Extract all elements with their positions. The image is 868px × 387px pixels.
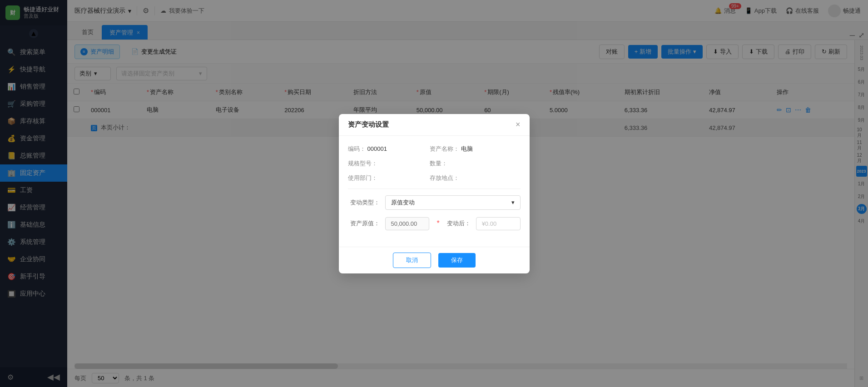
change-type-select[interactable]: 原值变动 ▾	[385, 195, 521, 210]
dialog-name-value: 电脑	[461, 145, 473, 153]
dialog-footer: 取消 保存	[339, 247, 530, 273]
asset-change-dialog: 资产变动设置 × 编码： 000001 资产名称： 电脑 规格型号：	[339, 114, 530, 273]
after-value-input[interactable]: ¥0.00	[476, 217, 521, 230]
dialog-header: 资产变动设置 ×	[339, 114, 530, 136]
dialog-close-button[interactable]: ×	[516, 120, 521, 129]
dialog-body: 编码： 000001 资产名称： 电脑 规格型号： 数量：	[339, 136, 530, 247]
change-type-dropdown-icon: ▾	[511, 199, 515, 206]
asset-value-input[interactable]: 50,000.00	[385, 217, 430, 230]
dialog-overlay: 资产变动设置 × 编码： 000001 资产名称： 电脑 规格型号：	[0, 0, 868, 387]
dialog-title: 资产变动设置	[348, 120, 389, 129]
save-button[interactable]: 保存	[438, 253, 476, 268]
dialog-code-value: 000001	[367, 145, 387, 152]
cancel-button[interactable]: 取消	[393, 253, 431, 268]
